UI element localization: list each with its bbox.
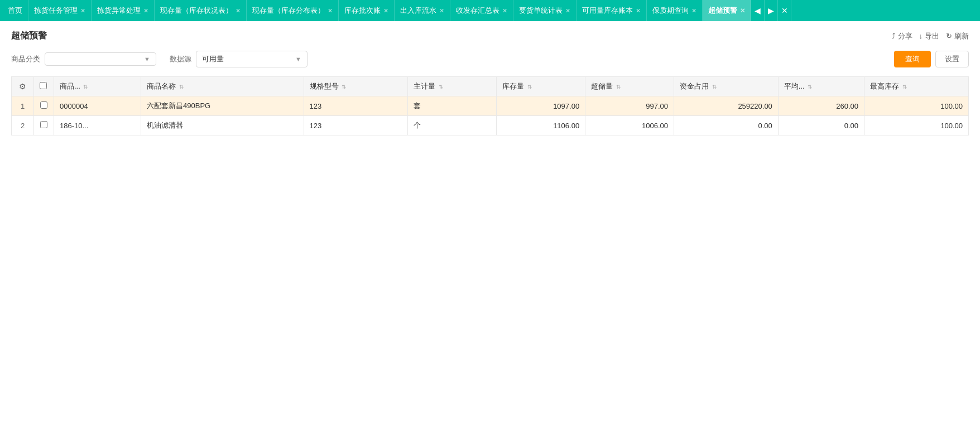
nav-item-pick-task[interactable]: 拣货任务管理 ✕ <box>28 0 92 21</box>
export-icon: ↓ <box>919 32 923 40</box>
refresh-button[interactable]: ↻ 刷新 <box>946 31 969 41</box>
datasource-filter: 数据源 可用量 ▼ <box>170 51 308 67</box>
col-spec-label: 规格型号 <box>310 82 339 90</box>
nav-next-arrow[interactable]: ▶ <box>765 0 778 21</box>
nav-item-pick-exception[interactable]: 拣货异常处理 ✕ <box>92 0 155 21</box>
col-stock-label: 库存量 <box>502 82 524 90</box>
table-row: 2 186-10... 机油滤清器 123 个 1106.00 1006.00 … <box>12 116 969 135</box>
col-code[interactable]: 商品... ⇅ <box>54 77 141 96</box>
data-table: ⚙ 商品... ⇅ 商品名称 ⇅ 规格型号 ⇅ 主计量 <box>11 76 969 135</box>
close-inout-flow-icon[interactable]: ✕ <box>439 7 444 14</box>
row-num-0: 1 <box>12 96 34 116</box>
category-label: 商品分类 <box>11 54 40 64</box>
query-button[interactable]: 查询 <box>894 51 931 67</box>
row-avg-0: 260.00 <box>778 96 864 116</box>
row-spec-1: 123 <box>304 116 408 135</box>
col-checkbox <box>34 77 54 96</box>
nav-item-summary[interactable]: 收发存汇总表 ✕ <box>450 0 513 21</box>
share-icon: ⤴ <box>892 32 896 40</box>
datasource-select[interactable]: 可用量 ▼ <box>196 51 308 67</box>
close-expiry-icon[interactable]: ✕ <box>691 7 696 14</box>
row-stock-0: 1097.00 <box>497 96 585 116</box>
row-unit-1: 个 <box>408 116 497 135</box>
close-available-stock-icon[interactable]: ✕ <box>636 7 641 14</box>
col-unit-sort-icon: ⇅ <box>439 84 443 90</box>
col-stock[interactable]: 库存量 ⇅ <box>497 77 585 96</box>
col-unit-label: 主计量 <box>414 82 435 90</box>
row-checkbox-1 <box>34 116 54 135</box>
row-capital-0: 259220.00 <box>674 96 778 116</box>
page-content: 超储预警 ⤴ 分享 ↓ 导出 ↻ 刷新 商品分类 ▼ 数据源 <box>0 21 980 446</box>
col-unit[interactable]: 主计量 ⇅ <box>408 77 497 96</box>
row-num-1: 2 <box>12 116 34 135</box>
share-button[interactable]: ⤴ 分享 <box>892 31 912 41</box>
close-overstock-icon[interactable]: ✕ <box>740 7 745 14</box>
nav-label-stock-status: 现存量（库存状况表） <box>160 6 233 16</box>
close-pick-exception-icon[interactable]: ✕ <box>143 7 148 14</box>
row-unit-0: 套 <box>408 96 497 116</box>
row-overstock-1: 1006.00 <box>585 116 674 135</box>
col-maxstock[interactable]: 最高库存 ⇅ <box>864 77 969 96</box>
nav-item-stock-status[interactable]: 现存量（库存状况表） ✕ <box>155 0 247 21</box>
row-code-1: 186-10... <box>54 116 141 135</box>
row-overstock-0: 997.00 <box>585 96 674 116</box>
nav-item-inout-flow[interactable]: 出入库流水 ✕ <box>395 0 450 21</box>
col-name[interactable]: 商品名称 ⇅ <box>141 77 304 96</box>
select-all-checkbox[interactable] <box>40 82 47 89</box>
col-avg[interactable]: 平均... ⇅ <box>778 77 864 96</box>
datasource-label: 数据源 <box>170 54 191 64</box>
nav-prev-arrow[interactable]: ◀ <box>751 0 765 21</box>
row-capital-1: 0.00 <box>674 116 778 135</box>
row-select-checkbox-1[interactable] <box>40 121 47 128</box>
col-capital[interactable]: 资金占用 ⇅ <box>674 77 778 96</box>
nav-close-arrow[interactable]: ✕ <box>778 0 791 21</box>
settings-button[interactable]: 设置 <box>935 51 969 67</box>
nav-item-order-stat[interactable]: 要货单统计表 ✕ <box>513 0 577 21</box>
refresh-icon: ↻ <box>946 32 952 40</box>
row-select-checkbox-0[interactable] <box>40 101 47 109</box>
close-stock-batch-icon[interactable]: ✕ <box>383 7 388 14</box>
row-checkbox-0 <box>34 96 54 116</box>
export-button[interactable]: ↓ 导出 <box>919 31 940 41</box>
close-stock-status-icon[interactable]: ✕ <box>236 7 241 14</box>
nav-item-available-stock[interactable]: 可用量库存账本 ✕ <box>577 0 647 21</box>
nav-item-home[interactable]: 首页 <box>2 0 28 21</box>
gear-icon[interactable]: ⚙ <box>19 82 26 91</box>
nav-label-overstock: 超储预警 <box>708 6 737 16</box>
nav-label-pick-task: 拣货任务管理 <box>34 6 78 16</box>
col-gear: ⚙ <box>12 77 34 96</box>
col-overstock[interactable]: 超储量 ⇅ <box>585 77 674 96</box>
nav-item-expiry[interactable]: 保质期查询 ✕ <box>647 0 703 21</box>
row-code-0: 0000004 <box>54 96 141 116</box>
nav-label-home: 首页 <box>8 6 22 16</box>
close-pick-task-icon[interactable]: ✕ <box>80 7 85 14</box>
col-code-sort-icon: ⇅ <box>83 84 88 90</box>
close-stock-dist-icon[interactable]: ✕ <box>328 7 333 14</box>
filter-buttons: 查询 设置 <box>894 51 969 67</box>
col-name-sort-icon: ⇅ <box>179 84 184 90</box>
table-header-row: ⚙ 商品... ⇅ 商品名称 ⇅ 规格型号 ⇅ 主计量 <box>12 77 969 96</box>
row-stock-1: 1106.00 <box>497 116 585 135</box>
close-order-stat-icon[interactable]: ✕ <box>565 7 570 14</box>
col-spec[interactable]: 规格型号 ⇅ <box>304 77 408 96</box>
refresh-label: 刷新 <box>954 31 969 41</box>
nav-label-stock-dist: 现存量（库存分布表） <box>252 6 325 16</box>
table-body: 1 0000004 六配套新昌490BPG 123 套 1097.00 997.… <box>12 96 969 135</box>
nav-label-summary: 收发存汇总表 <box>456 6 499 16</box>
nav-label-pick-exception: 拣货异常处理 <box>97 6 141 16</box>
col-overstock-sort-icon: ⇅ <box>616 84 621 90</box>
page-header: 超储预警 ⤴ 分享 ↓ 导出 ↻ 刷新 <box>11 30 969 42</box>
filter-row: 商品分类 ▼ 数据源 可用量 ▼ 查询 设置 <box>11 51 969 67</box>
close-summary-icon[interactable]: ✕ <box>502 7 507 14</box>
col-avg-sort-icon: ⇅ <box>808 84 812 90</box>
row-spec-0: 123 <box>304 96 408 116</box>
nav-label-expiry: 保质期查询 <box>652 6 689 16</box>
nav-item-stock-batch[interactable]: 库存批次账 ✕ <box>339 0 395 21</box>
category-select[interactable]: ▼ <box>45 52 156 66</box>
col-maxstock-sort-icon: ⇅ <box>902 84 907 90</box>
col-avg-label: 平均... <box>784 82 805 90</box>
share-label: 分享 <box>898 31 912 41</box>
nav-item-stock-dist[interactable]: 现存量（库存分布表） ✕ <box>247 0 339 21</box>
top-nav: 首页 拣货任务管理 ✕ 拣货异常处理 ✕ 现存量（库存状况表） ✕ 现存量（库存… <box>0 0 980 21</box>
nav-item-overstock[interactable]: 超储预警 ✕ <box>703 0 751 21</box>
